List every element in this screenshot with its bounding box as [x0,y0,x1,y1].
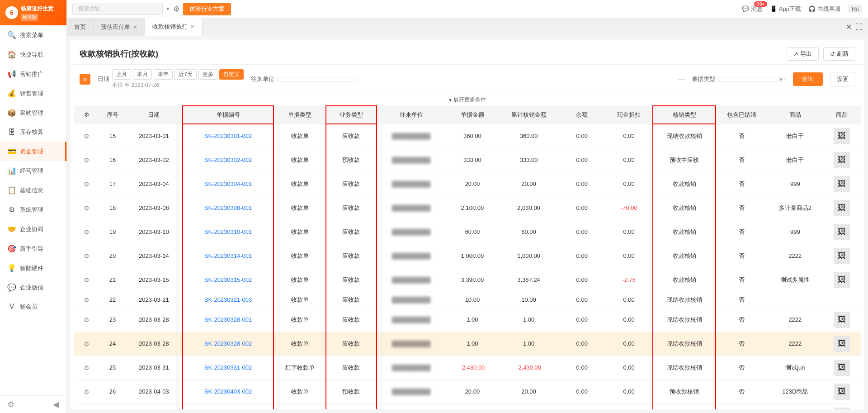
refresh-button[interactable]: ↺ 刷新 [823,47,855,61]
sidebar-item-enterprise[interactable]: 🤝 企业协同 [0,219,66,239]
filter-btn-last-month[interactable]: 上月 [112,69,131,80]
sidebar-item-base[interactable]: 📋 基础信息 [0,180,66,200]
col-header-biz-type: 业务类型 [326,106,376,124]
sn-link[interactable]: SK-20230301-002 [204,133,252,139]
sn-link[interactable]: SK-20230308-001 [204,204,252,211]
sn-link[interactable]: SK-20230315-002 [204,276,252,283]
page-header: 收款核销执行(按收款) ↗ 导出 ↺ 刷新 [71,40,864,65]
row-gear-icon[interactable]: ⚙ [84,252,90,260]
row-gear-icon[interactable]: ⚙ [84,296,90,304]
tab-fullscreen-icon[interactable]: ⛶ [855,23,863,31]
row-gear-icon[interactable]: ⚙ [84,204,90,212]
tab-prepay[interactable]: 预估应付单 ✕ [94,18,145,36]
cell-gear[interactable]: ⚙ [74,308,99,332]
tab-receipt-exec-close[interactable]: ✕ [190,24,195,30]
table-row: ⚙ 26 2023-04-03 SK-20230403-002 收款单 预收款 … [74,380,861,404]
cell-sn: SK-20230321-003 [183,292,274,308]
sn-link[interactable]: SK-20230328-001 [204,316,252,323]
cell-gear[interactable]: ⚙ [74,124,99,148]
sn-link[interactable]: SK-20230328-002 [204,340,252,347]
row-gear-icon[interactable]: ⚙ [84,316,90,323]
cell-gear[interactable]: ⚙ [74,196,99,220]
expand-conditions-button[interactable]: ▾ 展开更多条件 [449,96,486,104]
sidebar-item-purchase[interactable]: 📦 采购管理 [0,103,66,123]
topbar-message[interactable]: 💬 消息 99+ [742,5,763,13]
setting-button[interactable]: 设置 [830,72,855,86]
filter-btn-this-year[interactable]: 本年 [154,69,173,80]
sidebar-label-capital: 资金管理 [20,147,43,156]
topbar-url-bar[interactable]: 搜索功能 [72,3,163,15]
sidebar-item-system[interactable]: ⚙ 系统管理 [0,200,66,219]
topbar-online-service[interactable]: 🎧 在线客服 [808,5,841,13]
sidebar-item-inventory[interactable]: 🗄 库存核算 [0,123,66,142]
cell-gear[interactable]: ⚙ [74,172,99,196]
filter-btn-custom[interactable]: 自定义 [219,69,244,80]
collapse-icon[interactable]: ◀ [53,399,59,409]
cell-gear[interactable]: ⚙ [74,404,99,409]
filter-btn-this-month[interactable]: 本月 [133,69,152,80]
sidebar-item-quick-nav[interactable]: 🏠 快捷导航 [0,45,66,64]
topbar-app-download[interactable]: 📱 App下载 [770,5,801,13]
cell-gear[interactable]: ⚙ [74,220,99,244]
sidebar-item-capital[interactable]: 💳 资金管理 [0,142,66,161]
tab-close-all-icon[interactable]: ✕ [846,23,852,31]
topbar-solution-button[interactable]: 体验行业方案 [183,3,231,15]
sn-link[interactable]: SK-20230304-001 [204,180,252,187]
tab-prepay-close[interactable]: ✕ [133,24,137,30]
row-gear-icon[interactable]: ⚙ [84,340,90,347]
sidebar-item-guide[interactable]: 🎯 新手引导 [0,239,66,258]
row-gear-icon[interactable]: ⚙ [84,157,90,164]
sidebar-item-search[interactable]: 🔍 搜索菜单 [0,25,66,45]
topbar-user-info[interactable]: Rit [848,5,863,13]
gear-icon[interactable]: ⚙ [84,111,90,118]
sidebar-item-hardware[interactable]: 💡 智能硬件 [0,258,66,278]
row-gear-icon[interactable]: ⚙ [84,364,90,371]
sn-link[interactable]: SK-20230310-001 [204,228,252,235]
row-gear-icon[interactable]: ⚙ [84,180,90,188]
row-gear-icon[interactable]: ⚙ [84,276,90,284]
sn-link[interactable]: SK-20230314-001 [204,252,252,259]
sidebar-item-wechat[interactable]: 💬 企业微信 [0,278,66,297]
cell-gear[interactable]: ⚙ [74,356,99,380]
tab-home[interactable]: 首页 [67,18,94,36]
topbar-dropdown-arrow[interactable]: ▾ [166,5,170,12]
sn-link[interactable]: SK-20230403-002 [204,388,252,395]
row-gear-icon[interactable]: ⚙ [84,228,90,236]
cell-core-type: 现结收款核销 [653,292,716,308]
settings-icon[interactable]: ⚙ [7,399,14,409]
sn-link[interactable]: SK-20230331-002 [204,364,252,371]
cell-goods: 老白干 [767,148,823,172]
row-gear-icon[interactable]: ⚙ [84,133,90,140]
row-gear-icon[interactable]: ⚙ [84,388,90,395]
cell-cumulative: -2,430.00 [499,356,558,380]
cell-gear[interactable]: ⚙ [74,380,99,404]
sn-link[interactable]: SK-20230321-003 [204,296,252,303]
cell-amount: 1,000.00 [446,244,499,268]
filter-toggle-button[interactable]: » [80,74,90,85]
filter-more-dots[interactable]: ··· [678,75,684,84]
sidebar-item-member[interactable]: V 畅会员 [0,297,66,316]
filter-btn-more[interactable]: 更多 [198,69,217,80]
tab-receipt-exec[interactable]: 收款核销执行 ✕ [145,18,203,36]
cell-gear[interactable]: ⚙ [74,292,99,308]
query-button[interactable]: 查询 [793,72,823,86]
filter-type-select[interactable]: ▾ [718,77,786,81]
sidebar-item-sales[interactable]: 💰 销售管理 [0,84,66,103]
cell-include: 否 [716,380,767,404]
sidebar-label-marketing: 营销推广 [20,70,43,78]
blurred-unit: ██████████ [392,205,430,211]
filter-btn-7days[interactable]: 近7天 [175,69,197,80]
cell-gear[interactable]: ⚙ [74,332,99,356]
filter-unit-input[interactable] [277,77,359,81]
cell-gear[interactable]: ⚙ [74,268,99,292]
cell-gear[interactable]: ⚙ [74,244,99,268]
col-header-sn: 单据编号 [183,106,274,124]
data-table: ⚙ 序号 日期 单据编号 单据类型 业务类型 往来单位 单据金额 累计核销金额 … [74,105,861,409]
sidebar-item-marketing[interactable]: 📢 营销推广 [0,64,66,84]
cell-gear[interactable]: ⚙ [74,148,99,172]
sidebar-item-operation[interactable]: 📊 经营管理 [0,161,66,180]
export-button[interactable]: ↗ 导出 [787,47,819,61]
sn-link[interactable]: SK-20230302-002 [204,157,252,163]
topbar-gear-icon[interactable]: ⚙ [173,5,179,13]
col-header-gear[interactable]: ⚙ [74,106,99,124]
